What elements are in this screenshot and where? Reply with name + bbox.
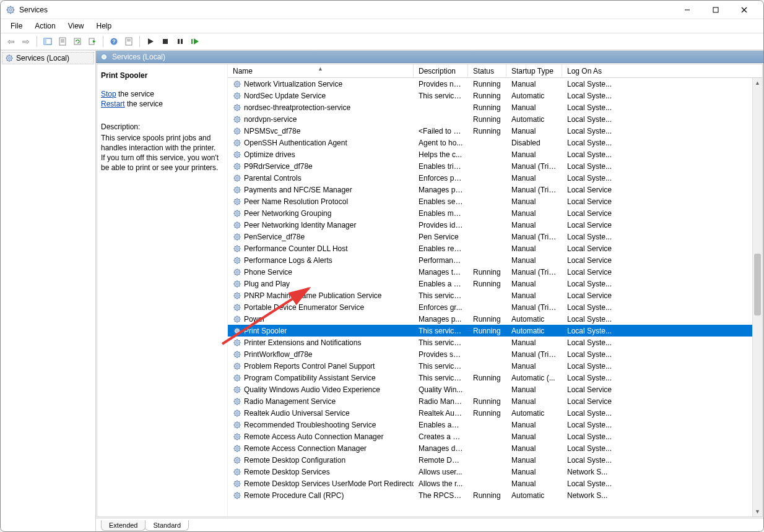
cell-startup: Manual	[506, 280, 562, 288]
column-header-logon[interactable]: Log On As	[562, 64, 618, 77]
menu-file[interactable]: File	[4, 20, 28, 32]
service-row[interactable]: Payments and NFC/SE ManagerManages pa...…	[228, 184, 762, 195]
cell-name: Plug and Play	[228, 280, 414, 288]
service-row[interactable]: nordsec-threatprotection-serviceRunningM…	[228, 101, 762, 113]
cell-status: Running	[468, 115, 506, 124]
service-name-text: NordSec Update Service	[244, 92, 326, 100]
pause-service-button[interactable]	[173, 35, 187, 48]
tree-node-services-local[interactable]: Services (Local)	[2, 52, 94, 64]
close-button[interactable]	[730, 1, 758, 19]
service-row[interactable]: NordSec Update ServiceThis service ...Ru…	[228, 90, 762, 101]
service-row[interactable]: Plug and PlayEnables a c...RunningManual…	[228, 278, 762, 290]
cell-logon: Local Service	[562, 385, 618, 394]
back-button[interactable]: ⇦	[4, 35, 18, 48]
maximize-button[interactable]	[701, 1, 730, 19]
scroll-up-icon[interactable]: ▲	[753, 78, 762, 88]
cell-logon: Local Syste...	[562, 409, 618, 418]
service-row[interactable]: Network Virtualization ServiceProvides n…	[228, 78, 762, 90]
service-row[interactable]: Remote Access Connection ManagerManages …	[228, 442, 762, 454]
service-row[interactable]: Program Compatibility Assistant ServiceT…	[228, 372, 762, 384]
services-window: Services File Action View Help ⇦ ⇨ ?	[0, 0, 764, 532]
column-header-status[interactable]: Status	[468, 64, 506, 77]
service-row[interactable]: Optimize drivesHelps the c...ManualLocal…	[228, 148, 762, 160]
toolbar: ⇦ ⇨ ?	[1, 33, 763, 50]
list-rows: Network Virtualization ServiceProvides n…	[228, 78, 762, 517]
service-row[interactable]: Performance Logs & AlertsPerformanc...Ma…	[228, 254, 762, 266]
tab-standard[interactable]: Standard	[145, 520, 189, 531]
service-row[interactable]: PNRP Machine Name Publication ServiceThi…	[228, 290, 762, 301]
service-row[interactable]: Peer Networking Identity ManagerProvides…	[228, 219, 762, 231]
cell-status: Running	[468, 103, 506, 112]
gear-icon	[233, 186, 241, 194]
start-service-button[interactable]	[144, 35, 157, 48]
service-row[interactable]: Phone ServiceManages th...RunningManual …	[228, 266, 762, 278]
list-header: Name ▲ Description Status Startup Type L…	[228, 64, 762, 78]
service-row[interactable]: PrintWorkflow_df78eProvides su...Manual …	[228, 348, 762, 360]
service-row[interactable]: nordvpn-serviceRunningAutomaticLocal Sys…	[228, 113, 762, 125]
cell-logon: Local Service	[562, 268, 618, 277]
stop-service-button[interactable]	[158, 35, 172, 48]
service-name-text: Print Spooler	[244, 327, 287, 335]
gear-icon	[233, 162, 241, 171]
scrollbar-thumb[interactable]	[754, 254, 761, 315]
gear-icon	[233, 338, 241, 347]
service-row[interactable]: Realtek Audio Universal ServiceRealtek A…	[228, 407, 762, 419]
refresh-button[interactable]	[71, 35, 84, 48]
service-row[interactable]: NPSMSvc_df78e<Failed to R...RunningManua…	[228, 125, 762, 137]
service-row[interactable]: Print SpoolerThis service ...RunningAuto…	[228, 325, 762, 337]
gear-icon	[233, 421, 241, 429]
service-row[interactable]: PowerManages p...RunningAutomaticLocal S…	[228, 313, 762, 325]
service-row[interactable]: Printer Extensions and NotificationsThis…	[228, 337, 762, 348]
forward-button[interactable]: ⇨	[19, 35, 33, 48]
service-row[interactable]: Remote Procedure Call (RPC)The RPCSS s..…	[228, 489, 762, 501]
service-row[interactable]: Remote Access Auto Connection ManagerCre…	[228, 431, 762, 442]
action-button[interactable]	[122, 35, 136, 48]
cell-description: Helps the c...	[414, 150, 468, 159]
tab-extended[interactable]: Extended	[101, 520, 145, 531]
cell-description: This service ...	[414, 362, 468, 371]
gear-icon	[233, 150, 241, 159]
service-row[interactable]: Portable Device Enumerator ServiceEnforc…	[228, 301, 762, 313]
cell-logon: Local Syste...	[562, 374, 618, 382]
service-row[interactable]: Recommended Troubleshooting ServiceEnabl…	[228, 419, 762, 431]
vertical-scrollbar[interactable]: ▲ ▼	[752, 78, 762, 517]
restart-service-link[interactable]: Restart	[101, 100, 125, 108]
menu-view[interactable]: View	[62, 20, 90, 32]
menu-help[interactable]: Help	[90, 20, 118, 32]
service-row[interactable]: OpenSSH Authentication AgentAgent to ho.…	[228, 137, 762, 148]
export-button[interactable]	[85, 35, 99, 48]
service-row[interactable]: Radio Management ServiceRadio Mana...Run…	[228, 395, 762, 407]
service-row[interactable]: Problem Reports Control Panel SupportThi…	[228, 360, 762, 372]
service-row[interactable]: Remote Desktop Services UserMode Port Re…	[228, 478, 762, 489]
gear-icon	[5, 54, 14, 62]
help-button[interactable]: ?	[107, 35, 121, 48]
tree-node-label: Services (Local)	[16, 54, 69, 62]
cell-startup: Automatic	[506, 491, 562, 500]
show-hide-tree-button[interactable]	[41, 35, 54, 48]
column-header-name[interactable]: Name ▲	[228, 64, 414, 77]
service-name-text: Remote Desktop Services	[244, 468, 330, 476]
menu-action[interactable]: Action	[28, 20, 61, 32]
service-row[interactable]: PenService_df78ePen ServiceManual (Trig.…	[228, 231, 762, 242]
column-header-startup[interactable]: Startup Type	[506, 64, 562, 77]
cell-startup: Manual (Trig...	[506, 268, 562, 277]
scroll-down-icon[interactable]: ▼	[753, 507, 762, 517]
service-row[interactable]: Peer Name Resolution ProtocolEnables ser…	[228, 195, 762, 207]
service-row[interactable]: Peer Networking GroupingEnables mul...Ma…	[228, 207, 762, 219]
cell-name: Printer Extensions and Notifications	[228, 338, 414, 347]
column-header-description[interactable]: Description	[414, 64, 468, 77]
service-row[interactable]: Remote Desktop ConfigurationRemote Des..…	[228, 454, 762, 466]
service-row[interactable]: Remote Desktop ServicesAllows user...Man…	[228, 466, 762, 478]
service-row[interactable]: P9RdrService_df78eEnables trig...Manual …	[228, 160, 762, 172]
minimize-button[interactable]	[673, 1, 701, 19]
service-row[interactable]: Performance Counter DLL HostEnables rem.…	[228, 242, 762, 254]
cell-name: PNRP Machine Name Publication Service	[228, 291, 414, 300]
service-row[interactable]: Parental ControlsEnforces pa...ManualLoc…	[228, 172, 762, 184]
cell-logon: Local Service	[562, 209, 618, 218]
properties-button[interactable]	[56, 35, 69, 48]
service-row[interactable]: Quality Windows Audio Video ExperienceQu…	[228, 384, 762, 395]
stop-service-link[interactable]: Stop	[101, 90, 116, 98]
cell-description: Enforces pa...	[414, 174, 468, 182]
cell-startup: Manual	[506, 444, 562, 453]
restart-service-button[interactable]	[188, 35, 202, 48]
